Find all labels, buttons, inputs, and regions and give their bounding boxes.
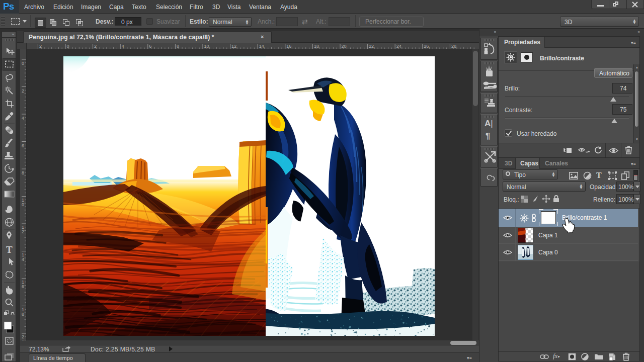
svg-text:20: 20 bbox=[342, 44, 347, 49]
svg-text:8: 8 bbox=[22, 312, 24, 317]
svg-text:24: 24 bbox=[396, 44, 401, 49]
svg-text:8: 8 bbox=[22, 170, 24, 175]
svg-text:22: 22 bbox=[369, 44, 374, 49]
svg-text:28: 28 bbox=[451, 44, 456, 49]
svg-text:4: 4 bbox=[22, 257, 24, 262]
svg-text:18: 18 bbox=[314, 44, 319, 49]
svg-text:6: 6 bbox=[22, 284, 24, 289]
svg-text:2: 2 bbox=[22, 229, 24, 234]
svg-text:T: T bbox=[6, 244, 13, 255]
svg-text:0: 0 bbox=[22, 61, 24, 66]
svg-text:4: 4 bbox=[22, 116, 24, 121]
svg-text:2: 2 bbox=[22, 88, 24, 94]
svg-text:14: 14 bbox=[259, 44, 264, 49]
svg-text:6: 6 bbox=[22, 143, 24, 148]
svg-text:0: 0 bbox=[22, 202, 24, 207]
svg-text:12: 12 bbox=[231, 44, 236, 49]
svg-text:10: 10 bbox=[204, 44, 209, 49]
svg-text:26: 26 bbox=[424, 44, 429, 49]
svg-text:16: 16 bbox=[286, 44, 291, 49]
